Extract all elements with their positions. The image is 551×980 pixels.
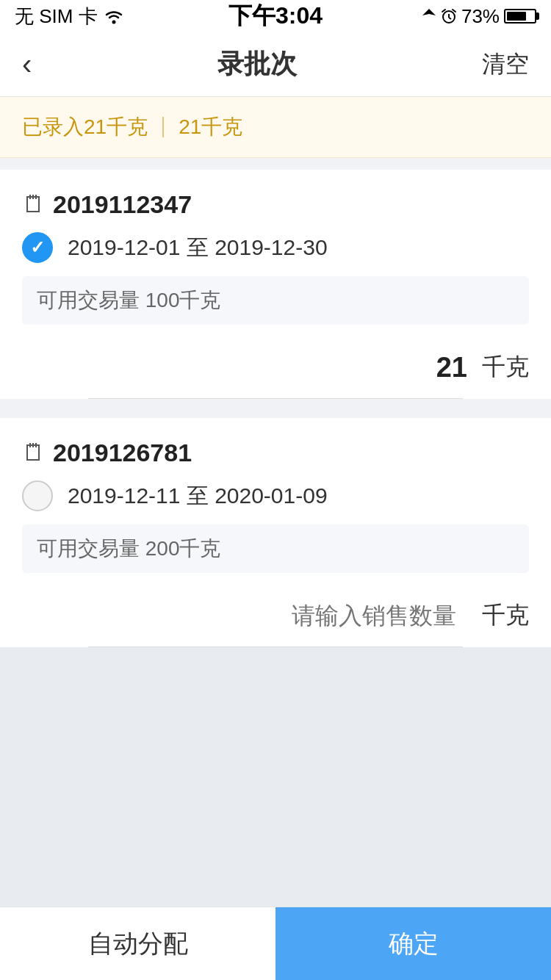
svg-point-0 bbox=[112, 21, 115, 24]
batch1-id: 2019112347 bbox=[53, 190, 192, 219]
page-title: 录批次 bbox=[217, 46, 297, 82]
batch1-radio[interactable] bbox=[22, 232, 53, 263]
carrier-label: 无 SIM 卡 bbox=[15, 4, 98, 29]
back-button[interactable]: ‹ bbox=[22, 48, 32, 81]
confirm-button[interactable]: 确定 bbox=[276, 907, 551, 980]
batch1-unit: 千克 bbox=[482, 351, 529, 383]
status-time: 下午3:04 bbox=[228, 0, 323, 32]
info-banner: 已录入21千克 21千克 bbox=[0, 97, 551, 158]
batch1-amount-row: 21 千克 bbox=[0, 339, 551, 398]
batch2-icon: 🗒 bbox=[22, 439, 46, 466]
batch1-date: 2019-12-01 至 2019-12-30 bbox=[68, 233, 328, 263]
alarm-icon bbox=[441, 8, 457, 24]
batch1-card: 🗒 2019112347 2019-12-01 至 2019-12-30 可用交… bbox=[0, 170, 551, 399]
info-divider bbox=[162, 117, 164, 137]
batch1-header: 🗒 2019112347 bbox=[0, 170, 551, 226]
batch2-date: 2019-12-11 至 2020-01-09 bbox=[68, 481, 328, 511]
svg-line-3 bbox=[449, 18, 451, 19]
batch1-date-row[interactable]: 2019-12-01 至 2019-12-30 bbox=[0, 226, 551, 269]
batch2-unit: 千克 bbox=[482, 599, 529, 632]
wifi-icon bbox=[104, 8, 124, 24]
batch2-header: 🗒 2019126781 bbox=[0, 418, 551, 475]
batch2-card: 🗒 2019126781 2019-12-11 至 2020-01-09 可用交… bbox=[0, 418, 551, 647]
batch2-id: 2019126781 bbox=[53, 439, 192, 467]
batch2-quantity: 可用交易量 200千克 bbox=[22, 525, 529, 573]
battery-icon bbox=[504, 9, 536, 24]
batch1-quantity: 可用交易量 100千克 bbox=[22, 276, 529, 325]
bottom-bar: 自动分配 确定 bbox=[0, 907, 551, 980]
total-label: 21千克 bbox=[179, 113, 242, 141]
clear-button[interactable]: 清空 bbox=[482, 48, 529, 81]
batch1-icon: 🗒 bbox=[22, 191, 46, 218]
batch1-amount-value: 21 bbox=[436, 352, 467, 383]
recorded-label: 已录入21千克 bbox=[22, 113, 148, 141]
batch2-date-row[interactable]: 2019-12-11 至 2020-01-09 bbox=[0, 475, 551, 517]
status-bar: 无 SIM 卡 下午3:04 73% bbox=[0, 0, 551, 32]
batch2-radio[interactable] bbox=[22, 480, 53, 511]
status-right: 73% bbox=[422, 5, 536, 28]
status-left: 无 SIM 卡 bbox=[15, 4, 124, 29]
location-icon bbox=[422, 8, 436, 24]
nav-bar: ‹ 录批次 清空 bbox=[0, 32, 551, 97]
separator1 bbox=[0, 399, 551, 406]
batch2-input-row: 千克 bbox=[0, 588, 551, 646]
battery-percent: 73% bbox=[461, 5, 500, 28]
sale-quantity-input[interactable] bbox=[173, 602, 467, 630]
auto-distribute-button[interactable]: 自动分配 bbox=[0, 907, 276, 980]
